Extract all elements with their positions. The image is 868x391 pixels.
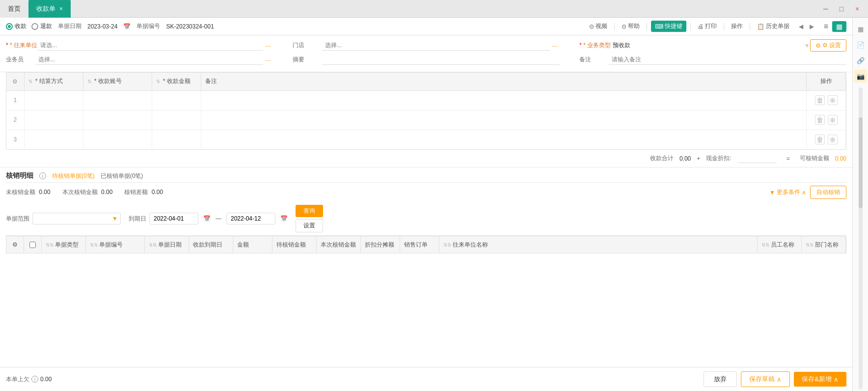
due-date-to-input[interactable] [226,213,275,224]
hexiao-info-icon[interactable]: i [39,172,46,179]
auto-hexiao-btn[interactable]: 自动核销 [810,186,846,199]
col2-sort-icon[interactable]: ⇅ [87,79,91,84]
rp-table-icon[interactable]: ▦ [854,23,867,35]
col-doc-type-sort[interactable]: ⇅ [50,242,54,248]
save-draft-dropdown-icon[interactable]: ∧ [777,376,782,383]
row-3-col4[interactable] [201,130,807,149]
query-btn[interactable]: 查询 [296,205,323,217]
rp-scrollbar[interactable] [859,87,863,389]
more-conditions-btn[interactable]: ▼ 更多条件 ∧ [769,188,806,196]
bt-gear-col[interactable]: ⚙ [6,236,24,253]
doc-range-select[interactable] [32,213,121,224]
tab-active[interactable]: 收款单 × [28,0,71,18]
discount-input[interactable] [737,154,777,163]
rp-photo-icon[interactable]: 📷 [854,70,867,83]
store-input[interactable] [322,40,550,51]
right-panel: ▦ 📄 🔗 📷 [852,18,868,391]
col2-label: * 收款账号 [94,78,122,84]
nav-prev-btn[interactable]: ◀ [796,22,806,31]
hexiao-section: 核销明细 i 待核销单据(0笔) 已核销单据(0笔) 未核销金额 0.00 本次… [0,168,852,367]
close-btn[interactable]: × [851,3,863,15]
hexiao-done-tab[interactable]: 已核销单据(0笔) [101,172,143,180]
counterparty-field: * 往来单位 ··· [6,40,273,51]
row-1-col4[interactable] [201,90,807,110]
row-3-col3[interactable] [152,130,201,149]
remark-field: 备注 [579,55,846,65]
row-1-col1[interactable] [24,90,83,110]
table-settings-col[interactable]: ⚙ [6,73,24,90]
row-2-delete-icon[interactable]: 🗑 [815,115,825,125]
row-2-col3[interactable] [152,110,201,130]
col-counterparty-sort[interactable]: ⇅ [447,242,451,248]
save-new-btn[interactable]: 保存&新增 ∧ [794,372,846,387]
row-3-col2[interactable] [83,130,152,149]
doc-no-value: SK-20230324-001 [166,23,214,30]
row-1-col2[interactable] [83,90,152,110]
row-1-col3[interactable] [152,90,201,110]
counterparty-input[interactable] [37,40,263,51]
table-row: 3 🗑 ⊕ [6,130,846,149]
store-more-btn[interactable]: ··· [550,42,560,50]
save-draft-btn[interactable]: 保存草稿 ∧ [741,371,790,387]
radio-refund[interactable]: 退款 [31,22,52,30]
list-view-btn[interactable]: ≡ [821,21,831,32]
col-staff-sort[interactable]: ⇅ [765,242,769,248]
radio-collect[interactable]: 收款 [6,22,27,30]
col-doc-no-sort[interactable]: ⇅ [94,242,98,248]
form-settings-btn[interactable]: ⚙ ⚙ 设置 [810,39,846,52]
radio-group: 收款 退款 [6,22,52,30]
staff-more-btn[interactable]: ··· [263,56,273,64]
minimize-btn[interactable]: ─ [820,3,832,15]
video-btn[interactable]: ⊙ 视频 [586,21,610,31]
tab-close-btn[interactable]: × [59,5,63,12]
rp-doc-icon[interactable]: 📄 [854,38,867,51]
bt-col-discount-label: 折扣分摊额 [365,241,394,249]
col5-label: 操作 [820,78,832,84]
col1-sort-icon[interactable]: ⇅ [28,79,32,84]
row-3-delete-icon[interactable]: 🗑 [815,135,825,144]
row-2-copy-icon[interactable]: ⊕ [828,115,838,125]
print-btn[interactable]: 🖨 打印 [695,21,720,31]
business-type-field: * 业务类型 预收款 ▼ ⚙ ⚙ 设置 [579,39,846,52]
hotkey-btn[interactable]: ⌨ 快捷键 [651,21,686,32]
chevron-icon: ∧ [802,189,806,196]
remark-input[interactable] [609,55,846,65]
help-btn[interactable]: ⊙ 帮助 [619,21,643,31]
filter-settings-btn[interactable]: 设置 [296,219,323,232]
hexiao-pending-tab[interactable]: 待核销单据(0笔) [52,172,95,180]
discard-btn[interactable]: 放弃 [704,371,737,387]
row-1-delete-icon[interactable]: 🗑 [815,95,825,105]
table-row: 2 🗑 ⊕ [6,110,846,130]
bottom-info-icon[interactable]: i [31,376,38,383]
bt-col-pending: 待核销金额 [272,236,317,253]
tab-home[interactable]: 首页 [0,0,28,18]
row-1-copy-icon[interactable]: ⊕ [828,95,838,105]
col-doc-date-sort[interactable]: ⇅ [153,242,157,248]
action-btn[interactable]: 操作 [728,21,746,31]
form-view-btn[interactable]: ▦ [832,21,846,32]
staff-input[interactable] [35,55,263,65]
nav-next-btn[interactable]: ▶ [807,22,817,31]
summary-input[interactable] [322,55,560,65]
row-2-col1[interactable] [24,110,83,130]
col-dept-sort[interactable]: ⇅ [810,242,814,248]
save-new-dropdown-icon[interactable]: ∧ [834,376,839,383]
row-3-col1[interactable] [24,130,83,149]
due-date-from-calendar-icon[interactable]: 📅 [203,215,211,222]
col3-sort-icon[interactable]: ⇅ [156,79,160,84]
row-2-col4[interactable] [201,110,807,130]
row-3-copy-icon[interactable]: ⊕ [828,135,838,144]
bottom-table-header: ⚙ ⇅ 单据类型 ⇅ 单据编号 ⇅ 单据日期 收款到期日 金额 [6,236,846,253]
select-all-checkbox[interactable] [29,242,36,248]
bt-col-counterparty-label: 往来单位名称 [453,241,488,249]
rp-link-icon[interactable]: 🔗 [854,54,867,67]
business-type-dropdown-icon[interactable]: ▼ [804,42,810,49]
due-date-from-input[interactable] [149,213,198,224]
history-btn[interactable]: 📋 历史单据 [754,21,792,31]
row-2-actions: 🗑 ⊕ [807,110,846,130]
counterparty-more-btn[interactable]: ··· [263,42,273,50]
calendar-icon[interactable]: 📅 [123,23,131,30]
maximize-btn[interactable]: □ [836,3,847,15]
due-date-to-calendar-icon[interactable]: 📅 [280,215,288,222]
row-2-col2[interactable] [83,110,152,130]
